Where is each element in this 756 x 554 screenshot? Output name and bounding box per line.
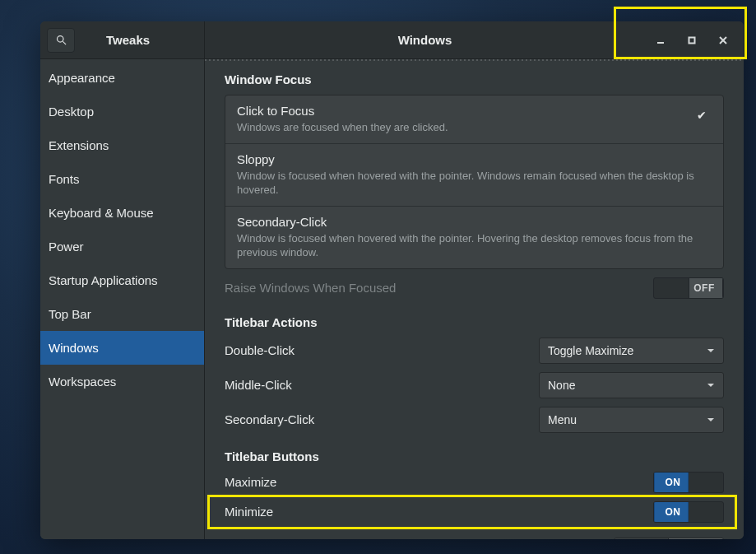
sidebar-item-workspaces[interactable]: Workspaces bbox=[40, 365, 204, 398]
focus-option-desc: Window is focused when hovered with the … bbox=[237, 169, 712, 198]
maximize-toggle[interactable]: ON bbox=[653, 472, 724, 493]
sidebar-item-top-bar[interactable]: Top Bar bbox=[40, 297, 204, 331]
raise-windows-toggle[interactable]: OFF bbox=[653, 277, 724, 299]
middle-click-row: Middle-Click None bbox=[225, 372, 724, 398]
search-icon bbox=[55, 34, 67, 46]
close-button[interactable] bbox=[707, 21, 739, 59]
focus-option-label: Sloppy bbox=[237, 152, 712, 166]
focus-option-label: Secondary-Click bbox=[237, 215, 712, 229]
tweaks-window: Tweaks Windows Appearance Desktop Extens… bbox=[40, 21, 744, 539]
app-title: Tweaks bbox=[106, 33, 150, 47]
focus-mode-list: Click to Focus Windows are focused when … bbox=[225, 95, 724, 269]
minimize-toggle[interactable]: ON bbox=[653, 501, 724, 523]
placement-left-button[interactable]: Left bbox=[615, 538, 669, 539]
minimize-label: Minimize bbox=[225, 505, 273, 519]
select-value: None bbox=[548, 379, 575, 392]
placement-segmented: Left Right bbox=[614, 538, 724, 539]
secondary-click-label: Secondary-Click bbox=[225, 412, 314, 426]
svg-point-0 bbox=[57, 36, 63, 43]
chevron-down-icon bbox=[707, 413, 715, 426]
select-value: Menu bbox=[548, 413, 577, 426]
window-controls bbox=[645, 21, 744, 58]
focus-option-desc: Window is focused when hovered with the … bbox=[237, 231, 712, 260]
focus-option-label: Click to Focus bbox=[237, 104, 697, 118]
close-icon bbox=[718, 35, 728, 45]
sidebar-item-power[interactable]: Power bbox=[40, 230, 204, 263]
titlebar-left: Tweaks bbox=[40, 21, 205, 58]
minimize-button[interactable] bbox=[645, 21, 676, 59]
check-icon: ✔ bbox=[697, 104, 712, 122]
maximize-button[interactable] bbox=[676, 21, 707, 59]
chevron-down-icon bbox=[707, 379, 715, 392]
maximize-label: Maximize bbox=[225, 475, 276, 489]
focus-option-desc: Windows are focused when they are clicke… bbox=[237, 120, 697, 135]
focus-option-secondary-click[interactable]: Secondary-Click Window is focused when h… bbox=[225, 207, 723, 268]
toggle-state-label: ON bbox=[656, 477, 690, 488]
toggle-state-label: OFF bbox=[687, 282, 721, 294]
section-titlebar-buttons-title: Titlebar Buttons bbox=[225, 449, 724, 463]
placement-right-button[interactable]: Right bbox=[669, 538, 723, 539]
section-window-focus-title: Window Focus bbox=[225, 72, 724, 86]
maximize-icon bbox=[687, 35, 697, 45]
toggle-state-label: ON bbox=[656, 506, 690, 518]
sidebar-item-desktop[interactable]: Desktop bbox=[40, 95, 204, 128]
minimize-row: Minimize ON bbox=[225, 501, 724, 523]
main-panel: Window Focus Click to Focus Windows are … bbox=[205, 59, 744, 539]
placement-row: Placement Left Right bbox=[225, 538, 724, 539]
secondary-click-row: Secondary-Click Menu bbox=[225, 407, 724, 433]
sidebar-item-startup-applications[interactable]: Startup Applications bbox=[40, 263, 204, 297]
focus-option-click[interactable]: Click to Focus Windows are focused when … bbox=[225, 95, 723, 144]
maximize-row: Maximize ON bbox=[225, 472, 724, 493]
double-click-select[interactable]: Toggle Maximize bbox=[539, 338, 724, 364]
section-titlebar-actions-title: Titlebar Actions bbox=[225, 315, 724, 329]
double-click-label: Double-Click bbox=[225, 343, 295, 357]
sidebar-item-keyboard-mouse[interactable]: Keyboard & Mouse bbox=[40, 196, 204, 230]
secondary-click-select[interactable]: Menu bbox=[539, 407, 724, 433]
titlebar: Tweaks Windows bbox=[40, 21, 744, 59]
minimize-icon bbox=[656, 35, 666, 45]
search-button[interactable] bbox=[47, 28, 75, 53]
window-body: Appearance Desktop Extensions Fonts Keyb… bbox=[40, 59, 744, 539]
focus-option-sloppy[interactable]: Sloppy Window is focused when hovered wi… bbox=[225, 144, 723, 207]
svg-rect-3 bbox=[689, 37, 695, 43]
raise-windows-label: Raise Windows When Focused bbox=[225, 281, 396, 295]
middle-click-select[interactable]: None bbox=[539, 372, 724, 398]
svg-line-1 bbox=[63, 41, 66, 44]
sidebar-item-appearance[interactable]: Appearance bbox=[40, 61, 204, 95]
sidebar: Appearance Desktop Extensions Fonts Keyb… bbox=[40, 59, 205, 539]
raise-windows-row: Raise Windows When Focused OFF bbox=[225, 277, 724, 299]
sidebar-item-fonts[interactable]: Fonts bbox=[40, 162, 204, 196]
double-click-row: Double-Click Toggle Maximize bbox=[225, 338, 724, 364]
chevron-down-icon bbox=[707, 344, 715, 357]
page-title: Windows bbox=[398, 33, 452, 47]
sidebar-item-extensions[interactable]: Extensions bbox=[40, 128, 204, 162]
titlebar-center: Windows bbox=[205, 21, 645, 58]
sidebar-item-windows[interactable]: Windows bbox=[40, 331, 204, 365]
middle-click-label: Middle-Click bbox=[225, 378, 292, 392]
select-value: Toggle Maximize bbox=[548, 344, 633, 357]
